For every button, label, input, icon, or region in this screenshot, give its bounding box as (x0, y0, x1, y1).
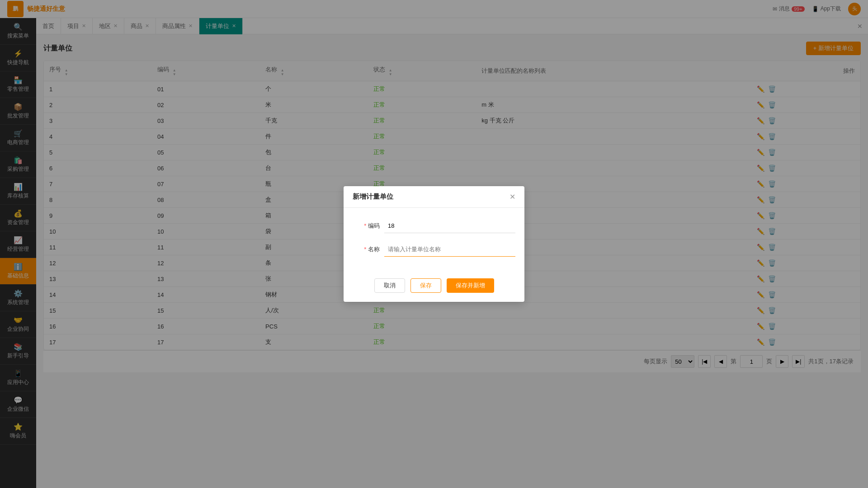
code-input[interactable] (384, 219, 515, 233)
cancel-button[interactable]: 取消 (374, 278, 405, 293)
name-input[interactable] (384, 242, 515, 257)
modal-body: 编码 名称 (344, 208, 524, 273)
modal-footer: 取消 保存 保存并新增 (344, 273, 524, 302)
modal-close-button[interactable]: ✕ (509, 192, 515, 201)
code-label: 编码 (353, 222, 380, 230)
modal-header: 新增计量单位 ✕ (344, 186, 524, 208)
name-label: 名称 (353, 245, 380, 253)
modal-overlay[interactable]: 新增计量单位 ✕ 编码 名称 取消 保存 保存并新增 (0, 0, 868, 488)
save-continue-button[interactable]: 保存并新增 (447, 278, 494, 293)
form-row-code: 编码 (353, 219, 515, 233)
save-button[interactable]: 保存 (410, 278, 441, 293)
add-unit-modal: 新增计量单位 ✕ 编码 名称 取消 保存 保存并新增 (344, 186, 524, 302)
modal-title: 新增计量单位 (353, 192, 393, 201)
form-row-name: 名称 (353, 242, 515, 257)
